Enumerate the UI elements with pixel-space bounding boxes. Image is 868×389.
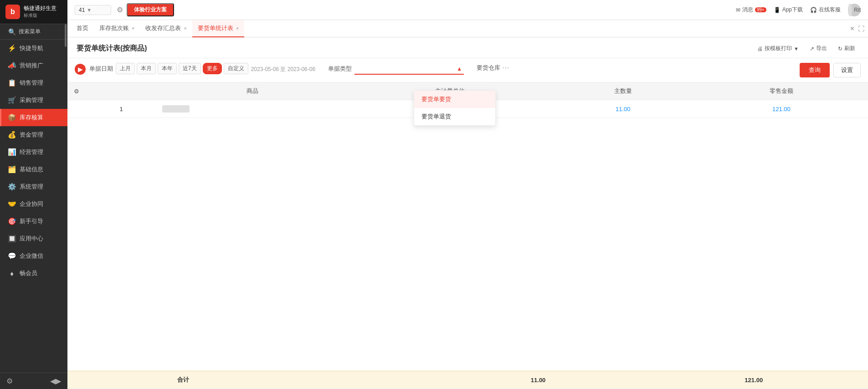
sidebar-item-system[interactable]: ⚙️ 系统管理	[0, 178, 67, 195]
phone-icon: 📱	[774, 7, 781, 13]
sidebar-item-label: 销售管理	[20, 79, 43, 87]
refresh-btn[interactable]: ↻ 刷新	[834, 43, 859, 54]
print-arrow: ▼	[794, 46, 799, 51]
dropdown-item-order-goods[interactable]: 要货单要货	[414, 91, 495, 108]
table-settings-icon[interactable]: ⚙	[74, 88, 79, 95]
row-index: 1	[86, 100, 157, 118]
type-filter-group: 单据类型 ▲	[328, 63, 464, 75]
sidebar-item-operations[interactable]: 📊 经营管理	[0, 143, 67, 161]
col-product: 商品	[157, 82, 348, 100]
sidebar-item-guide[interactable]: 🎯 新手引导	[0, 213, 67, 230]
sidebar-settings-btn[interactable]: ⚙	[6, 377, 13, 385]
sidebar-item-label: 资金管理	[20, 131, 43, 139]
message-btn[interactable]: ✉ 消息 99+	[736, 6, 766, 14]
filter-expand-btn[interactable]: ▶	[75, 64, 86, 75]
row-product	[157, 100, 348, 118]
filter-more[interactable]: 更多	[203, 63, 222, 74]
sales-icon: 📋	[8, 79, 16, 87]
sidebar-search[interactable]: 🔍 搜索菜单	[0, 24, 67, 40]
quantity-link[interactable]: 11.00	[616, 106, 631, 113]
app-download-btn[interactable]: 📱 App下载	[774, 6, 803, 14]
system-icon: ⚙️	[8, 183, 16, 191]
message-label: 消息	[742, 6, 753, 14]
amount-link[interactable]: 121.00	[772, 106, 791, 113]
tabs-bar: 首页 库存批次账 × 收发存汇总表 × 要货单统计表 × × ⛶	[67, 20, 868, 37]
user-name: Rit	[854, 7, 861, 13]
tabs-expand-btn[interactable]: ⛶	[858, 25, 864, 32]
sidebar-item-purchase[interactable]: 🛒 采购管理	[0, 92, 67, 109]
sidebar-footer: ⚙ ◀▶	[0, 373, 67, 389]
col-gear[interactable]: ⚙	[67, 82, 86, 100]
table-footer: 合计 11.00 121.00	[67, 371, 868, 389]
filter-this-year[interactable]: 本年	[158, 63, 177, 74]
tabs-actions: × ⛶	[850, 25, 864, 33]
tab-batch-account-close[interactable]: ×	[132, 26, 134, 31]
sidebar-item-inventory[interactable]: 📦 库存核算	[0, 109, 67, 126]
tab-order-stats-close[interactable]: ×	[236, 26, 239, 31]
search-icon: 🔍	[8, 28, 16, 36]
sidebar-item-quick-nav[interactable]: ⚡ 快捷导航	[0, 40, 67, 57]
app-center-icon: 🔲	[8, 235, 16, 243]
tabs-close-btn[interactable]: ×	[850, 25, 854, 33]
promo-button[interactable]: 体验行业方案	[127, 3, 174, 16]
sidebar-item-vip[interactable]: ♦ 畅会员	[0, 265, 67, 282]
settings-btn[interactable]: 设置	[833, 63, 861, 77]
sidebar-item-finance[interactable]: 💰 资金管理	[0, 126, 67, 143]
sidebar-item-basic[interactable]: 🗂️ 基础信息	[0, 161, 67, 178]
tab-order-stats-label: 要货单统计表	[198, 24, 233, 32]
enterprise-icon: 🤝	[8, 200, 16, 208]
tab-batch-account[interactable]: 库存批次账 ×	[94, 20, 140, 37]
tab-receivable-close[interactable]: ×	[184, 26, 186, 31]
tab-order-stats[interactable]: 要货单统计表 ×	[192, 20, 244, 37]
wechat-icon: 💬	[8, 252, 16, 260]
warehouse-more-btn[interactable]: ···	[502, 63, 509, 72]
sidebar-item-label: 系统管理	[20, 183, 43, 191]
sidebar-search-label: 搜索菜单	[19, 28, 41, 36]
date-buttons: 上月 本月 本年 近7天 更多 自定义	[116, 63, 248, 74]
export-btn[interactable]: ↗ 导出	[806, 43, 831, 54]
tab-receivable-summary[interactable]: 收发存汇总表 ×	[140, 20, 192, 37]
type-value	[356, 65, 455, 73]
customer-service-label: 在线客服	[819, 6, 841, 14]
col-amount: 零售金额	[695, 82, 868, 100]
print-icon: 🖨	[757, 46, 763, 52]
query-btn[interactable]: 查询	[800, 63, 830, 77]
dropdown-item-order-return[interactable]: 要货单退货	[414, 108, 495, 125]
sidebar-item-label: 企业协同	[20, 200, 43, 208]
store-number: 41	[79, 7, 85, 13]
inventory-icon: 📦	[8, 113, 16, 122]
tab-home[interactable]: 首页	[71, 20, 94, 37]
app-logo-icon: b	[5, 5, 20, 19]
filter-custom[interactable]: 自定义	[224, 63, 248, 74]
type-select[interactable]: ▲	[354, 63, 464, 75]
type-dropdown: 要货单要货 要货单退货	[414, 90, 496, 126]
tab-home-label: 首页	[77, 24, 88, 32]
sidebar-item-enterprise[interactable]: 🤝 企业协同	[0, 195, 67, 213]
topbar-settings-icon[interactable]: ⚙	[117, 5, 123, 14]
sidebar-collapse-btn[interactable]: ◀▶	[50, 377, 61, 385]
main-area: 41 ▼ ⚙ 体验行业方案 ✉ 消息 99+ 📱 App下载 🎧 在线客服 R	[67, 0, 868, 389]
export-label: 导出	[816, 45, 827, 52]
message-badge: 99+	[755, 7, 766, 12]
filter-this-month[interactable]: 本月	[137, 63, 156, 74]
sidebar-nav: ⚡ 快捷导航 📣 营销推广 📋 销售管理 🛒 采购管理 📦 库存核算 💰 资金管…	[0, 40, 67, 373]
footer-amount: 121.00	[639, 371, 868, 389]
filter-last-7days[interactable]: 近7天	[179, 63, 201, 74]
sidebar-item-marketing[interactable]: 📣 营销推广	[0, 57, 67, 74]
store-selector[interactable]: 41 ▼	[75, 5, 111, 15]
sidebar-item-label: 采购管理	[20, 96, 43, 104]
store-dropdown-arrow: ▼	[87, 7, 92, 13]
sidebar-item-app-center[interactable]: 🔲 应用中心	[0, 230, 67, 247]
customer-service-btn[interactable]: 🎧 在线客服	[810, 6, 841, 14]
print-template-btn[interactable]: 🖨 按模板打印 ▼	[754, 43, 802, 54]
filter-last-month[interactable]: 上月	[116, 63, 135, 74]
headset-icon: 🎧	[810, 7, 817, 13]
sidebar-item-label: 新手引导	[20, 217, 43, 225]
user-avatar[interactable]: Rit	[848, 4, 861, 16]
sidebar-item-sales[interactable]: 📋 销售管理	[0, 74, 67, 92]
print-label: 按模板打印	[765, 45, 792, 52]
filter-bar: ▶ 单据日期 上月 本月 本年 近7天 更多 自定义 2023-05-06 至 …	[67, 58, 868, 82]
tab-receivable-label: 收发存汇总表	[145, 24, 181, 32]
sidebar-item-wechat[interactable]: 💬 企业微信	[0, 247, 67, 265]
date-filter-group: 单据日期 上月 本月 本年 近7天 更多 自定义 2023-05-06 至 20…	[89, 63, 315, 74]
